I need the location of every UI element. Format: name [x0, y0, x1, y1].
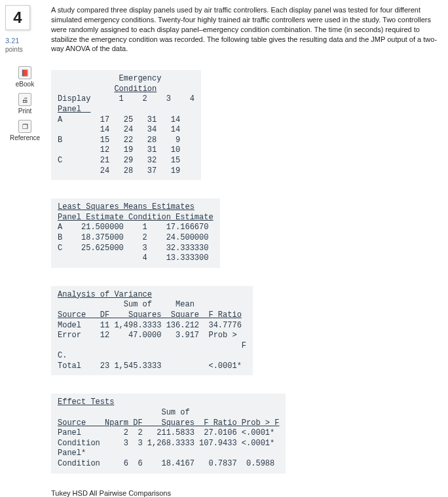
- section-number: 3.21: [5, 37, 45, 45]
- anova-table: Analysis of Variance Sum of Mean Source …: [51, 286, 253, 376]
- page-container: 4 3.21 points 📕 eBook 🖨 Print ❐ Referenc…: [0, 0, 448, 497]
- left-column: 4 3.21 points 📕 eBook 🖨 Print ❐ Referenc…: [5, 5, 45, 497]
- data-table: Emergency Condition Display 1 2 3 4 Pane…: [51, 70, 201, 180]
- ebook-label: eBook: [16, 81, 34, 88]
- reference-link[interactable]: ❐ Reference: [5, 120, 45, 141]
- ebook-link[interactable]: 📕 eBook: [5, 66, 45, 88]
- right-column: A study compared three display panels us…: [45, 5, 443, 497]
- print-label: Print: [18, 107, 32, 115]
- reference-label: Reference: [10, 134, 40, 141]
- reference-icon: ❐: [18, 120, 31, 133]
- tukey-title: Tukey HSD All Pairwise Comparisons: [51, 489, 443, 497]
- printer-icon: 🖨: [18, 93, 31, 106]
- book-icon: 📕: [18, 66, 31, 79]
- points-label: points: [5, 46, 45, 53]
- print-link[interactable]: 🖨 Print: [5, 93, 45, 115]
- lsm-table: Least Squares Means Estimates Panel Esti…: [51, 198, 220, 268]
- effect-table: Effect Tests Sum of Source Nparm DF Squa…: [51, 394, 286, 473]
- question-number-box: 4: [5, 5, 30, 30]
- question-text: A study compared three display panels us…: [51, 5, 443, 54]
